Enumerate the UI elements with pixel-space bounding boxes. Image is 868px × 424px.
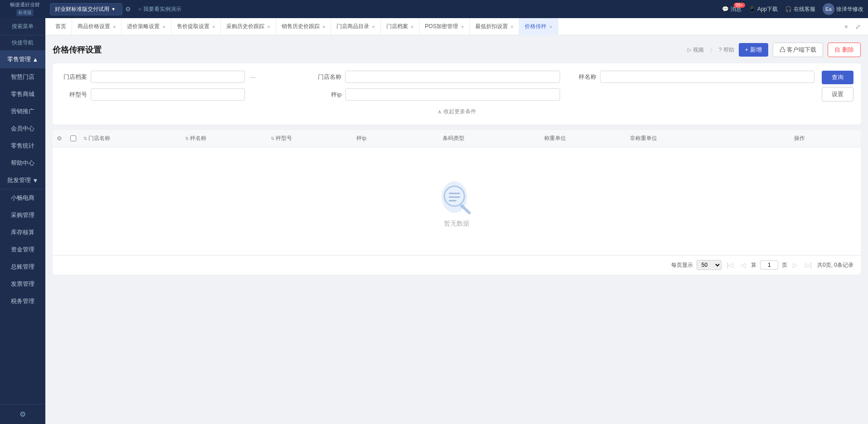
tab-home[interactable]: 首页 bbox=[50, 18, 72, 35]
tab-price-scale[interactable]: 价格传秤 × bbox=[519, 18, 558, 35]
close-tab-pos-encryption[interactable]: × bbox=[461, 24, 463, 29]
select-all-checkbox[interactable] bbox=[70, 135, 76, 141]
tab-store-catalog[interactable]: 门店商品目录 × bbox=[331, 18, 380, 35]
store-name-input[interactable] bbox=[345, 71, 560, 83]
tab-pos-encryption[interactable]: POS加密管理 × bbox=[419, 18, 470, 35]
sidebar-quick-nav[interactable]: 快捷导航 bbox=[0, 35, 45, 51]
scale-model-input[interactable] bbox=[91, 88, 245, 101]
chevron-up-icon: ▲ bbox=[33, 56, 39, 63]
tab-sale-extract[interactable]: 售价提取设置 × bbox=[171, 18, 221, 35]
close-tab-store-archive[interactable]: × bbox=[411, 24, 414, 29]
close-tab-sale-extract[interactable]: × bbox=[212, 24, 215, 29]
set-button[interactable]: 设置 bbox=[822, 87, 853, 101]
close-tab-purchase-history[interactable]: × bbox=[267, 24, 270, 29]
scale-model-field: 秤型号 bbox=[60, 88, 305, 101]
top-right-actions: 💬 消息 99+ 📱 App下载 🎧 在线客服 Ea 徐泽华修改 bbox=[722, 3, 863, 15]
circle-icon: ○ bbox=[138, 6, 141, 12]
per-page-select[interactable]: 10 20 50 100 bbox=[697, 260, 722, 270]
sidebar-retail-label: 零售管理 bbox=[7, 55, 31, 63]
help-link[interactable]: ? 帮助 bbox=[719, 46, 734, 54]
table-settings-col[interactable]: ⚙ bbox=[53, 130, 66, 147]
video-link[interactable]: ▷ 视频 bbox=[688, 46, 704, 54]
sidebar-item-smart-store[interactable]: 智慧门店 bbox=[0, 68, 45, 86]
pagination: 每页显示 10 20 50 100 |◁ ◁ 算 页 ▷ ▷| 共0页, 0条记… bbox=[53, 255, 861, 275]
close-tab-price-scale[interactable]: × bbox=[549, 24, 552, 29]
sort-icon[interactable]: ⇅ bbox=[83, 136, 87, 141]
prev-page-btn[interactable]: ◁ bbox=[739, 260, 747, 270]
sidebar-item-general-ledger[interactable]: 总账管理 bbox=[0, 258, 45, 275]
empty-state: 暂无数据 bbox=[53, 147, 861, 255]
sidebar-item-retail-mall[interactable]: 零售商城 bbox=[0, 86, 45, 103]
add-button[interactable]: + 新增 bbox=[739, 43, 768, 57]
demo-link[interactable]: ○ 我要看实例演示 bbox=[138, 5, 181, 13]
tab-purchase-history[interactable]: 采购历史价跟踪 × bbox=[221, 18, 276, 35]
sidebar-settings-icon[interactable]: ⚙ bbox=[20, 410, 26, 418]
mobile-icon: 📱 bbox=[749, 6, 756, 12]
close-tab-price-settings[interactable]: × bbox=[113, 24, 116, 29]
sidebar-search[interactable]: 搜索菜单 bbox=[0, 18, 45, 35]
first-page-btn[interactable]: |◁ bbox=[725, 260, 736, 270]
search-form: 门店档案 ··· 门店名称 秤名称 bbox=[53, 63, 861, 125]
collapse-button[interactable]: ∧ 收起更多条件 bbox=[438, 108, 476, 116]
scale-ip-label: 秤ip bbox=[314, 91, 341, 99]
question-icon: ? bbox=[719, 47, 722, 53]
store-archive-picker-btn[interactable]: ··· bbox=[249, 73, 258, 81]
chevron-down-icon: ▼ bbox=[33, 177, 39, 184]
sidebar-item-retail-management[interactable]: 零售管理 ▲ bbox=[0, 51, 45, 68]
th-store-name: ⇅ 门店名称 bbox=[80, 130, 181, 147]
user-menu[interactable]: Ea 徐泽华修改 bbox=[823, 3, 863, 15]
sidebar-item-marketing[interactable]: 营销推广 bbox=[0, 103, 45, 120]
message-button[interactable]: 💬 消息 99+ bbox=[722, 5, 741, 13]
sidebar-item-retail-stats[interactable]: 零售统计 bbox=[0, 137, 45, 154]
page-content: 价格传秤设置 ▷ 视频 ｜ ? 帮助 + 新增 凸 客户端下载 自 删除 bbox=[45, 35, 868, 424]
tab-min-discount[interactable]: 最低折扣设置 × bbox=[470, 18, 519, 35]
table-header: ⚙ ⇅ 门店名称 ⇅ 秤名称 ⇅ 秤型号 bbox=[53, 130, 861, 147]
sidebar-item-capital[interactable]: 资金管理 bbox=[0, 241, 45, 258]
store-archive-input[interactable] bbox=[91, 71, 245, 83]
sort-icon-model[interactable]: ⇅ bbox=[271, 136, 274, 141]
query-button[interactable]: 查询 bbox=[822, 71, 853, 84]
th-non-weight-unit: 非称重单位 bbox=[626, 130, 791, 147]
content-area: 首页 商品价格设置 × 进价策略设置 × 售价提取设置 × 采购历史价跟踪 × … bbox=[45, 18, 868, 424]
sort-icon-scale[interactable]: ⇅ bbox=[185, 136, 189, 141]
avatar: Ea bbox=[823, 3, 834, 15]
last-page-btn[interactable]: ▷| bbox=[803, 260, 814, 270]
settings-button[interactable]: ⚙ bbox=[125, 5, 131, 13]
sidebar-item-membership[interactable]: 会员中心 bbox=[0, 120, 45, 137]
close-tab-purchase-strategy[interactable]: × bbox=[162, 24, 165, 29]
sidebar-item-procurement[interactable]: 采购管理 bbox=[0, 207, 45, 224]
next-page-btn[interactable]: ▷ bbox=[791, 260, 800, 270]
scale-name-input[interactable] bbox=[600, 71, 814, 83]
expand-tab-btn[interactable]: ⤢ bbox=[853, 22, 863, 31]
close-tab-sales-history[interactable]: × bbox=[322, 24, 325, 29]
sidebar-item-help-center[interactable]: 帮助中心 bbox=[0, 154, 45, 172]
store-archive-field: 门店档案 ··· bbox=[60, 71, 305, 83]
collapse-row: ∧ 收起更多条件 bbox=[60, 106, 853, 117]
tab-store-archive[interactable]: 门店档案 × bbox=[381, 18, 419, 35]
online-service-button[interactable]: 🎧 在线客服 bbox=[785, 5, 815, 13]
page-header: 价格传秤设置 ▷ 视频 ｜ ? 帮助 + 新增 凸 客户端下载 自 删除 bbox=[53, 43, 861, 57]
sidebar-item-tax[interactable]: 税务管理 bbox=[0, 293, 45, 310]
store-name-label: 门店名称 bbox=[314, 73, 341, 81]
page-input[interactable] bbox=[760, 260, 778, 270]
close-tab-min-discount[interactable]: × bbox=[511, 24, 513, 29]
sidebar-item-inventory[interactable]: 库存核算 bbox=[0, 224, 45, 241]
download-button[interactable]: 凸 客户端下载 bbox=[773, 43, 824, 57]
total-records: 共0页, 0条记录 bbox=[817, 261, 853, 269]
close-tab-btn[interactable]: × bbox=[842, 22, 851, 31]
close-tab-store-catalog[interactable]: × bbox=[372, 24, 375, 29]
collapse-up-icon: ∧ bbox=[438, 109, 442, 115]
sidebar-item-invoice[interactable]: 发票管理 bbox=[0, 275, 45, 293]
scale-ip-input[interactable] bbox=[345, 88, 560, 101]
delete-button[interactable]: 自 删除 bbox=[828, 43, 861, 57]
message-icon: 💬 bbox=[722, 6, 729, 12]
product-selector[interactable]: 好业财标准版交付试用 ▾ bbox=[50, 3, 122, 15]
tab-purchase-strategy[interactable]: 进价策略设置 × bbox=[122, 18, 171, 35]
tab-sales-history[interactable]: 销售历史价跟踪 × bbox=[276, 18, 331, 35]
sidebar-item-wholesale-management[interactable]: 批发管理 ▼ bbox=[0, 172, 45, 189]
tab-price-settings[interactable]: 商品价格设置 × bbox=[72, 18, 122, 35]
sidebar-item-xiaochang-ecommerce[interactable]: 小畅电商 bbox=[0, 189, 45, 207]
app-download-button[interactable]: 📱 App下载 bbox=[749, 5, 778, 13]
tab-bar: 首页 商品价格设置 × 进价策略设置 × 售价提取设置 × 采购历史价跟踪 × … bbox=[45, 18, 868, 35]
sidebar-footer: ⚙ bbox=[0, 404, 45, 424]
